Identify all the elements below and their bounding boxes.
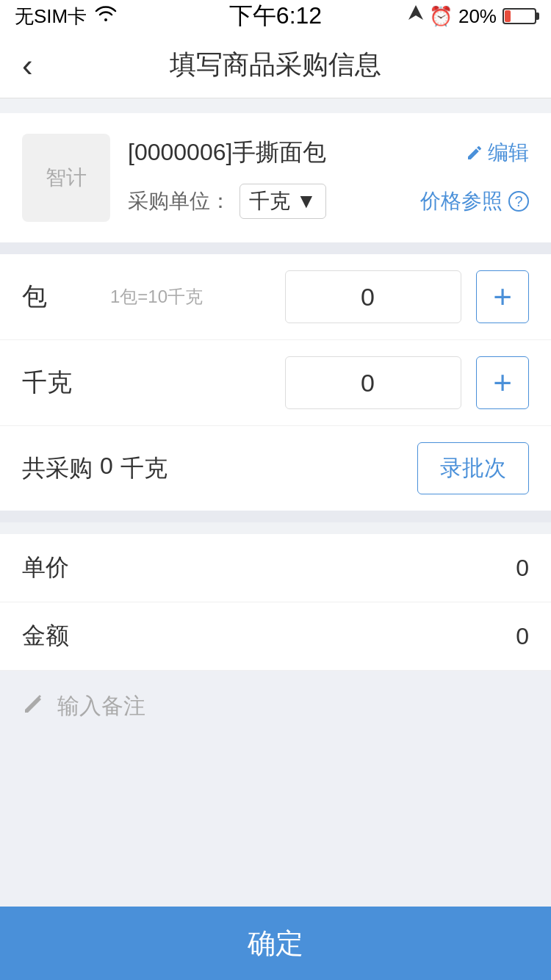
pack-row: 包 1包=10千克 + [0,254,551,340]
unit-label: 采购单位： [128,187,231,215]
nav-bar: ‹ 填写商品采购信息 [0,32,551,98]
confirm-button[interactable]: 确定 [0,907,551,980]
remark-section[interactable]: 输入备注 [0,671,551,742]
section-divider-2 [0,511,551,522]
battery-percent: 20% [458,5,497,28]
product-logo-text: 智计 [46,164,87,192]
page-title: 填写商品采购信息 [170,47,381,83]
wifi-icon [94,5,118,28]
batch-button[interactable]: 录批次 [417,442,529,494]
kg-label: 千克 [22,366,96,400]
pack-input[interactable] [285,270,461,323]
pack-plus-button[interactable]: + [476,270,529,323]
edit-button[interactable]: 编辑 [466,139,529,167]
price-ref-label: 价格参照 [420,187,503,215]
product-info: [0000006]手撕面包 编辑 采购单位： 千克 ▼ 价格参照 ? [128,137,529,219]
pack-hint: 1包=10千克 [110,285,270,309]
help-icon: ? [508,191,529,212]
quantity-section: 包 1包=10千克 + 千克 + [0,254,551,426]
dropdown-arrow-icon: ▼ [296,190,317,213]
battery-icon [503,8,536,24]
remark-input[interactable]: 输入备注 [57,691,145,721]
status-right: ⏰ 20% [408,5,536,28]
unit-price-value: 0 [516,555,529,582]
status-left: 无SIM卡 [15,4,118,29]
unit-selector-group: 采购单位： 千克 ▼ [128,184,326,219]
amount-value: 0 [516,623,529,650]
price-ref-button[interactable]: 价格参照 ? [420,187,529,215]
unit-price-row: 单价 0 [0,534,551,602]
carrier-text: 无SIM卡 [15,4,87,29]
product-unit-row: 采购单位： 千克 ▼ 价格参照 ? [128,184,529,219]
pack-label: 包 [22,280,96,314]
product-thumbnail: 智计 [22,134,110,222]
product-full-name: [0000006]手撕面包 [128,137,326,169]
unit-price-label: 单价 [22,552,69,584]
unit-dropdown[interactable]: 千克 ▼ [240,184,326,219]
svg-marker-0 [408,5,423,20]
back-button[interactable]: ‹ [22,47,33,84]
amount-label: 金额 [22,620,69,652]
edit-label: 编辑 [488,139,529,167]
summary-qty: 0 [100,453,113,485]
price-section: 单价 0 金额 0 [0,534,551,671]
kg-input[interactable] [285,356,461,409]
product-name-row: [0000006]手撕面包 编辑 [128,137,529,169]
status-bar: 无SIM卡 下午6:12 ⏰ 20% [0,0,551,32]
summary-text: 共采购 0 千克 [22,453,168,485]
section-divider-1 [0,242,551,254]
kg-plus-button[interactable]: + [476,356,529,409]
amount-row: 金额 0 [0,602,551,671]
unit-value: 千克 [249,187,290,215]
location-icon [408,5,423,28]
alarm-icon: ⏰ [429,5,453,28]
pencil-icon [22,692,46,721]
kg-row: 千克 + [0,340,551,426]
status-time: 下午6:12 [229,0,322,32]
summary-row: 共采购 0 千克 录批次 [0,426,551,511]
product-card: 智计 [0000006]手撕面包 编辑 采购单位： 千克 ▼ 价格参照 ? [0,113,551,242]
